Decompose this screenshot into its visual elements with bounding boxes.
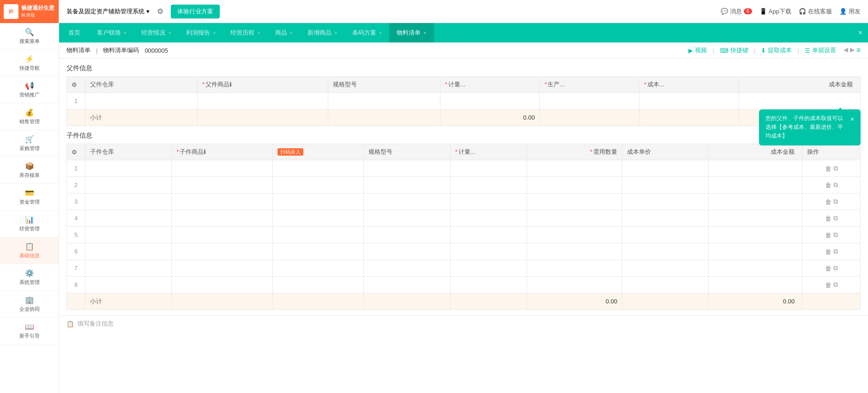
system-name-dropdown[interactable]: 装备及固定资产辅助管理系统 ▾ <box>66 7 150 16</box>
scan-badge[interactable]: 扫码录入 <box>277 148 303 156</box>
nav-tab-close-customer[interactable]: × <box>124 30 127 36</box>
child-spec-cell[interactable] <box>364 277 450 293</box>
copy-btn[interactable]: ⧉ <box>833 214 838 222</box>
view-video-action[interactable]: ▶ 视频 <box>688 46 707 54</box>
list-view-icon[interactable]: ≡ <box>856 46 861 54</box>
nav-next-icon[interactable]: ▶ <box>850 46 855 54</box>
nav-tab-goods[interactable]: 商品× <box>268 23 300 42</box>
child-qty-cell[interactable] <box>527 260 622 277</box>
copy-btn[interactable]: ⧉ <box>833 281 838 289</box>
child-price-cell[interactable] <box>622 227 708 243</box>
child-price-cell[interactable] <box>622 243 708 260</box>
copy-btn[interactable]: ⧉ <box>833 231 838 239</box>
sidebar-item-finance[interactable]: 💳资金管理 <box>0 184 59 211</box>
child-warehouse-cell[interactable] <box>85 193 172 210</box>
nav-tab-barcode[interactable]: 条码方案× <box>345 23 389 42</box>
parent-warehouse-cell[interactable] <box>85 93 198 109</box>
parent-product-cell[interactable] <box>197 93 328 109</box>
shortcut-action[interactable]: ⌨ 快捷键 <box>720 46 748 54</box>
sidebar-item-purchase[interactable]: 🛒采购管理 <box>0 130 59 157</box>
child-unit-cell[interactable] <box>450 260 527 277</box>
child-product-cell[interactable] <box>172 243 272 260</box>
settings-icon[interactable]: ⚙ <box>157 7 163 16</box>
parent-unit-cell[interactable] <box>440 93 540 109</box>
child-price-cell[interactable] <box>622 277 708 293</box>
child-product-cell[interactable] <box>172 193 272 210</box>
child-unit-cell[interactable] <box>450 193 527 210</box>
child-th-settings[interactable]: ⚙ <box>67 144 85 160</box>
child-th-scan[interactable]: 扫码录入 <box>272 144 364 160</box>
sidebar-item-guide[interactable]: 📖新手引导 <box>0 318 59 345</box>
child-warehouse-cell[interactable] <box>85 210 172 227</box>
nav-tab-close-new_goods[interactable]: × <box>334 30 337 36</box>
child-qty-cell[interactable] <box>527 177 622 193</box>
child-spec-cell[interactable] <box>364 227 450 243</box>
trial-button[interactable]: 体验行业方案 <box>171 5 220 18</box>
user-action[interactable]: 👤 用友 <box>839 7 861 16</box>
child-warehouse-cell[interactable] <box>85 160 172 177</box>
tabs-close-right[interactable]: × <box>853 29 868 37</box>
copy-btn[interactable]: ⧉ <box>833 264 838 272</box>
delete-btn[interactable]: 🗑 <box>825 215 832 222</box>
parent-produce-cell[interactable] <box>540 93 639 109</box>
bottom-hint[interactable]: 填写备注信息 <box>78 320 114 328</box>
child-product-cell[interactable] <box>172 177 272 193</box>
child-price-cell[interactable] <box>622 160 708 177</box>
online-service-action[interactable]: 🎧 在线客服 <box>799 7 832 16</box>
child-spec-cell[interactable] <box>364 210 450 227</box>
delete-btn[interactable]: 🗑 <box>825 281 832 289</box>
parent-spec-cell[interactable] <box>328 93 440 109</box>
delete-btn[interactable]: 🗑 <box>825 248 832 255</box>
child-qty-cell[interactable] <box>527 210 622 227</box>
child-unit-cell[interactable] <box>450 210 527 227</box>
delete-btn[interactable]: 🗑 <box>825 181 832 189</box>
child-price-cell[interactable] <box>622 260 708 277</box>
parent-cost-cell[interactable] <box>639 93 739 109</box>
child-warehouse-cell[interactable] <box>85 177 172 193</box>
nav-tab-close-bom[interactable]: × <box>423 30 426 36</box>
child-product-cell[interactable] <box>172 277 272 293</box>
nav-tab-home[interactable]: 首页 <box>59 23 90 42</box>
copy-btn[interactable]: ⧉ <box>833 181 838 189</box>
sidebar-item-inventory[interactable]: 📦库存核算 <box>0 157 59 184</box>
sidebar-item-search[interactable]: 🔍搜索菜单 <box>0 23 59 50</box>
delete-btn[interactable]: 🗑 <box>825 165 832 172</box>
child-product-cell[interactable] <box>172 227 272 243</box>
sidebar-item-enterprise[interactable]: 🏢企业协同 <box>0 291 59 318</box>
sidebar-item-system[interactable]: ⚙️系统管理 <box>0 264 59 291</box>
nav-tab-close-operations[interactable]: × <box>168 30 171 36</box>
tooltip-close-btn[interactable]: × <box>850 114 854 124</box>
child-product-cell[interactable] <box>172 160 272 177</box>
nav-prev-icon[interactable]: ◀ <box>844 46 848 54</box>
child-price-cell[interactable] <box>622 177 708 193</box>
sidebar-item-sales[interactable]: 💰销售管理 <box>0 103 59 130</box>
copy-btn[interactable]: ⧉ <box>833 164 838 172</box>
copy-btn[interactable]: ⧉ <box>833 198 838 206</box>
child-price-cell[interactable] <box>622 210 708 227</box>
breadcrumb-list[interactable]: 物料清单 <box>66 46 90 54</box>
child-warehouse-cell[interactable] <box>85 260 172 277</box>
child-spec-cell[interactable] <box>364 160 450 177</box>
child-warehouse-cell[interactable] <box>85 277 172 293</box>
nav-tab-customer[interactable]: 客户联络× <box>90 23 134 42</box>
single-settings-action[interactable]: ☰ 单据设置 <box>805 46 836 54</box>
extract-cost-action[interactable]: ⬇ 提取成本 <box>761 46 792 54</box>
nav-tab-new_goods[interactable]: 新增商品× <box>300 23 344 42</box>
child-product-cell[interactable] <box>172 260 272 277</box>
sidebar-item-operations_mgr[interactable]: 📊经营管理 <box>0 211 59 237</box>
sidebar-item-quick_nav[interactable]: ⚡快捷导航 <box>0 50 59 77</box>
delete-btn[interactable]: 🗑 <box>825 265 832 272</box>
child-qty-cell[interactable] <box>527 227 622 243</box>
nav-tab-close-history[interactable]: × <box>257 30 260 36</box>
child-spec-cell[interactable] <box>364 193 450 210</box>
child-warehouse-cell[interactable] <box>85 243 172 260</box>
child-unit-cell[interactable] <box>450 177 527 193</box>
child-spec-cell[interactable] <box>364 260 450 277</box>
parent-th-settings[interactable]: ⚙ <box>67 77 85 93</box>
child-spec-cell[interactable] <box>364 243 450 260</box>
nav-tab-history[interactable]: 经营历程× <box>223 23 267 42</box>
child-product-cell[interactable] <box>172 210 272 227</box>
child-price-cell[interactable] <box>622 193 708 210</box>
delete-btn[interactable]: 🗑 <box>825 198 832 206</box>
copy-btn[interactable]: ⧉ <box>833 248 838 255</box>
